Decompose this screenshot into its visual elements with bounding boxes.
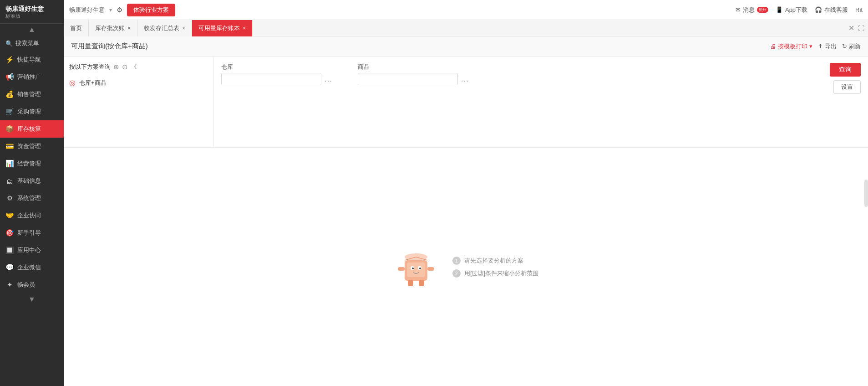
brand-name: 畅康通好生意 — [5, 5, 58, 13]
empty-tip-2: 2 用[过滤]条件来缩小分析范围 — [452, 269, 538, 278]
sidebar-item-label: 经营管理 — [17, 160, 41, 168]
search-label: 搜索菜单 — [15, 39, 39, 47]
scheme-add-icon[interactable]: ⊕ — [113, 63, 119, 71]
right-scroll-indicator[interactable] — [864, 180, 868, 207]
message-btn[interactable]: ✉ 消息 99+ — [736, 6, 768, 14]
search-icon: 🔍 — [5, 40, 13, 47]
sidebar-item-weixin[interactable]: 💬 企业微信 — [0, 259, 64, 276]
tabs-bar-right: ✕ ⛶ — [848, 24, 868, 32]
sidebar-scroll-down[interactable]: ▼ — [0, 293, 64, 305]
sidebar-item-label: 营销推广 — [17, 73, 41, 81]
svg-rect-1 — [407, 262, 425, 277]
sidebar-item-operations[interactable]: 📊 经营管理 — [0, 155, 64, 172]
sidebar-item-purchase[interactable]: 🛒 采购管理 — [0, 103, 64, 120]
mobile-icon: 📱 — [776, 6, 783, 13]
quick-nav-icon: ⚡ — [5, 56, 14, 64]
export-btn[interactable]: ⬆ 导出 — [818, 42, 837, 51]
operations-icon: 📊 — [5, 160, 14, 168]
tab-collect-summary-label: 收发存汇总表 — [144, 24, 179, 32]
main-content-body: 按以下方案查询 ⊕ ⊙ 《 ◎ 仓库+商品 仓库 — [64, 57, 868, 386]
sidebar-item-quick-nav[interactable]: ⚡ 快捷导航 — [0, 51, 64, 68]
sidebar-item-sales[interactable]: 💰 销售管理 — [0, 86, 64, 103]
tabs-bar: 首页 库存批次账 × 收发存汇总表 × 可用量库存账本 × ✕ ⛶ — [64, 20, 868, 36]
headset-icon: 🎧 — [815, 6, 822, 13]
sidebar-item-basic[interactable]: 🗂 基础信息 — [0, 172, 64, 190]
sidebar-item-appstore[interactable]: 🔲 应用中心 — [0, 242, 64, 259]
sidebar-item-label: 企业协同 — [17, 211, 41, 220]
trial-btn[interactable]: 体验行业方案 — [127, 4, 175, 16]
sidebar-item-system[interactable]: ⚙ 系统管理 — [0, 190, 64, 207]
tip-text-1: 请先选择要分析的方案 — [464, 257, 523, 265]
purchase-icon: 🛒 — [5, 108, 14, 116]
tip-num-2: 2 — [452, 269, 461, 278]
online-service-btn[interactable]: 🎧 在线客服 — [815, 6, 848, 14]
sidebar-item-label: 销售管理 — [17, 90, 41, 98]
scheme-panel: 按以下方案查询 ⊕ ⊙ 《 ◎ 仓库+商品 — [64, 57, 214, 147]
user-label[interactable]: Rit — [855, 6, 863, 13]
sidebar-item-label: 资金管理 — [17, 142, 41, 150]
sidebar-item-finance[interactable]: 💳 资金管理 — [0, 138, 64, 155]
sidebar-item-label: 畅会员 — [17, 281, 35, 289]
tab-collect-summary[interactable]: 收发存汇总表 × — [137, 20, 192, 36]
tab-available-ledger[interactable]: 可用量库存账本 × — [192, 20, 253, 36]
sidebar-item-label: 系统管理 — [17, 194, 41, 202]
filter-fields: 仓库 … 商品 … — [214, 57, 822, 147]
tabs-expand-icon[interactable]: ⛶ — [858, 25, 864, 32]
message-badge: 99+ — [757, 7, 768, 13]
sidebar-item-enterprise[interactable]: 🤝 企业协同 — [0, 207, 64, 224]
goods-filter-label: 商品 — [358, 63, 485, 71]
sidebar-scroll-up[interactable]: ▲ — [0, 24, 64, 36]
app-download-label: App下载 — [785, 6, 807, 14]
query-buttons: 查询 设置 — [822, 57, 868, 147]
sidebar-item-label: 应用中心 — [17, 246, 41, 254]
empty-tip-1: 1 请先选择要分析的方案 — [452, 257, 538, 265]
scheme-item-warehouse-goods[interactable]: ◎ 仓库+商品 — [64, 75, 213, 91]
goods-more-icon[interactable]: … — [460, 73, 470, 85]
basic-icon: 🗂 — [5, 177, 14, 185]
goods-filter-group: 商品 … — [358, 63, 485, 85]
app-download-btn[interactable]: 📱 App下载 — [776, 6, 807, 14]
sidebar-item-vip[interactable]: ✦ 畅会员 — [0, 276, 64, 293]
sidebar-item-newbie[interactable]: 🎯 新手引导 — [0, 224, 64, 242]
svg-rect-8 — [408, 280, 413, 286]
tab-available-ledger-label: 可用量库存账本 — [198, 24, 240, 32]
system-icon: ⚙ — [5, 194, 14, 202]
export-icon: ⬆ — [818, 43, 823, 50]
goods-input[interactable] — [358, 73, 458, 85]
sidebar-item-label: 新手引导 — [17, 229, 41, 237]
sidebar-item-label: 采购管理 — [17, 108, 41, 116]
sidebar-item-inventory[interactable]: 📦 库存核算 — [0, 120, 64, 138]
warehouse-more-icon[interactable]: … — [323, 73, 333, 85]
scheme-collapse-icon[interactable]: 《 — [131, 63, 137, 71]
settings-btn[interactable]: 设置 — [833, 80, 861, 94]
tabs-close-all-icon[interactable]: ✕ — [848, 24, 854, 32]
refresh-btn[interactable]: ↻ 刷新 — [842, 42, 861, 51]
enterprise-icon: 🤝 — [5, 211, 14, 220]
workspace-chevron-icon[interactable]: ▾ — [109, 7, 112, 13]
tab-batch-account-close-icon[interactable]: × — [127, 25, 131, 31]
gear-icon[interactable]: ⚙ — [116, 5, 123, 15]
marketing-icon: 📢 — [5, 73, 14, 81]
sidebar-item-label: 企业微信 — [17, 263, 41, 272]
vip-icon: ✦ — [5, 281, 14, 289]
sidebar-item-label: 库存核算 — [17, 125, 41, 133]
tab-home[interactable]: 首页 — [64, 20, 89, 36]
svg-rect-9 — [419, 280, 424, 286]
empty-illustration — [393, 244, 439, 290]
svg-point-12 — [405, 253, 427, 261]
tab-batch-account[interactable]: 库存批次账 × — [89, 20, 137, 36]
inventory-icon: 📦 — [5, 125, 14, 133]
scheme-header: 按以下方案查询 ⊕ ⊙ 《 — [64, 61, 213, 75]
scheme-settings-icon[interactable]: ⊙ — [122, 63, 128, 71]
sidebar-item-marketing[interactable]: 📢 营销推广 — [0, 68, 64, 86]
warehouse-input[interactable] — [221, 73, 321, 85]
printer-icon: 🖨 — [770, 43, 776, 50]
tab-available-ledger-close-icon[interactable]: × — [243, 25, 246, 31]
workspace-label: 畅康通好生意 — [69, 6, 106, 14]
message-label: 消息 — [743, 6, 755, 14]
sidebar-search[interactable]: 🔍 搜索菜单 — [0, 36, 64, 51]
template-print-btn[interactable]: 🖨 按模板打印 ▾ — [770, 42, 812, 51]
query-btn[interactable]: 查询 — [830, 63, 861, 77]
warehouse-filter-label: 仓库 — [221, 63, 349, 71]
tab-collect-summary-close-icon[interactable]: × — [182, 25, 185, 31]
